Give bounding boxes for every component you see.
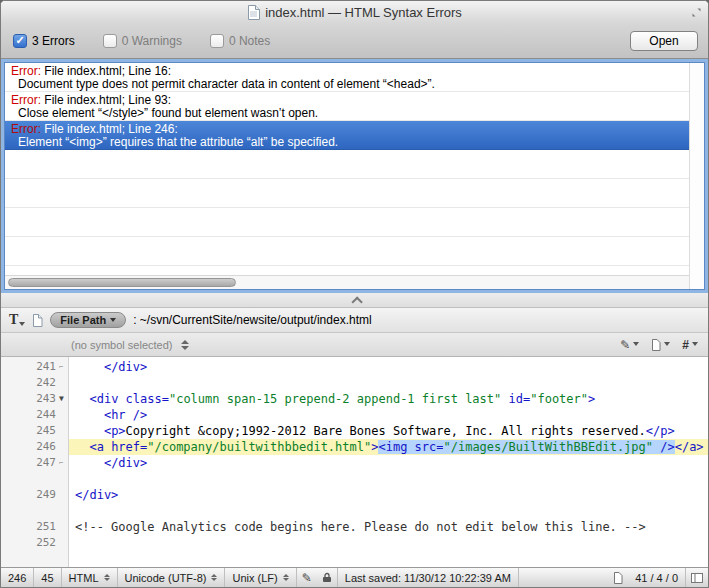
pencil-icon: ✎ — [620, 338, 630, 352]
titlebar[interactable]: index.html — HTML Syntax Errors — [1, 1, 708, 23]
code-line[interactable]: 241⌐ </div> — [1, 359, 708, 375]
text-options-icon: T — [9, 312, 18, 328]
code-line[interactable]: 242 — [1, 375, 708, 391]
code-text[interactable]: <hr /> — [69, 407, 708, 423]
error-row[interactable]: Error: File index.html; Line 246:Element… — [5, 121, 689, 150]
chevron-down-icon — [664, 342, 670, 346]
symbol-popup[interactable]: (no symbol selected) — [71, 339, 173, 351]
code-text[interactable]: </div> — [69, 359, 708, 375]
error-location: File index.html; Line 16: — [41, 64, 171, 78]
popup-chevrons-icon — [211, 574, 217, 581]
encoding-popup[interactable]: Unicode (UTF-8) — [118, 572, 225, 584]
error-message: Close element “</style>” found but eleme… — [11, 107, 689, 120]
fold-end-marker-icon: ⌐ — [59, 359, 69, 375]
code-line[interactable]: 246 <a href="/company/builtwithbbedit.ht… — [1, 439, 708, 455]
error-prefix: Error: — [11, 64, 41, 78]
checkbox-icon: ✓ — [210, 34, 224, 48]
counter-menu[interactable]: # — [682, 338, 698, 352]
text-options-menu[interactable]: T — [9, 312, 25, 328]
language-popup[interactable]: HTML — [62, 572, 117, 584]
filter-warnings-checkbox[interactable]: ✓0 Warnings — [103, 34, 182, 48]
last-saved-text: Last saved: 11/30/12 10:22:39 AM — [338, 572, 518, 584]
code-line[interactable]: 245 <p>Copyright &copy;1992-2012 Bare Bo… — [1, 423, 708, 439]
open-button[interactable]: Open — [630, 31, 698, 51]
code-text[interactable]: </div> — [69, 455, 708, 471]
collapse-list-button[interactable] — [351, 296, 362, 307]
navigation-bar: (no symbol selected) ✎ # — [1, 333, 708, 357]
document-icon — [247, 5, 260, 20]
error-row[interactable]: Error: File index.html; Line 16:Document… — [5, 63, 689, 92]
error-message: Element “<img>” requires that the attrib… — [11, 136, 689, 149]
empty-row — [5, 179, 689, 208]
code-text[interactable] — [69, 535, 708, 551]
fullscreen-icon[interactable] — [691, 7, 702, 18]
code-line[interactable]: 251<!-- Google Analytics code begins her… — [1, 519, 708, 535]
cursor-line: 246 — [1, 572, 33, 584]
file-proxy-icon[interactable] — [32, 314, 43, 327]
code-text[interactable]: <p>Copyright &copy;1992-2012 Bare Bones … — [69, 423, 708, 439]
code-editor[interactable]: 241⌐ </div>242243▼ <div class="column sp… — [1, 357, 708, 567]
horizontal-scrollbar[interactable] — [5, 275, 689, 289]
error-row[interactable]: Error: File index.html; Line 93:Close el… — [5, 92, 689, 121]
line-number: 245 — [1, 423, 59, 439]
code-text[interactable] — [69, 375, 708, 391]
symbol-popup-chevrons-icon[interactable] — [181, 340, 189, 350]
line-number: 243 — [1, 391, 59, 407]
line-endings-value: Unix (LF) — [232, 572, 277, 584]
filter-label: 0 Warnings — [122, 34, 182, 48]
window-title: index.html — HTML Syntax Errors — [265, 5, 462, 20]
markers-menu[interactable]: ✎ — [620, 338, 639, 352]
empty-row — [5, 150, 689, 179]
empty-row — [5, 237, 689, 266]
error-location: File index.html; Line 246: — [41, 122, 178, 136]
error-message: Document type does not permit character … — [11, 78, 689, 91]
split-pane-icon[interactable] — [686, 573, 708, 583]
line-number: 244 — [1, 407, 59, 423]
documents-menu[interactable] — [651, 339, 670, 351]
code-line[interactable]: 252 — [1, 535, 708, 551]
cursor-column: 45 — [34, 572, 60, 584]
vertical-scrollbar[interactable] — [689, 63, 704, 289]
code-text[interactable] — [69, 503, 708, 519]
chevron-down-icon — [19, 322, 25, 326]
code-line[interactable]: 249</div> — [1, 487, 708, 503]
code-line[interactable]: 243▼ <div class="column span-15 prepend-… — [1, 391, 708, 407]
line-endings-popup[interactable]: Unix (LF) — [225, 572, 295, 584]
scrollbar-thumb[interactable] — [8, 278, 236, 287]
checkbox-icon: ✓ — [103, 34, 117, 48]
code-text[interactable] — [69, 471, 708, 487]
filter-errors-checkbox[interactable]: ✓3 Errors — [13, 34, 75, 48]
filter-toolbar: ✓3 Errors ✓0 Warnings ✓0 Notes Open — [1, 23, 708, 59]
filter-notes-checkbox[interactable]: ✓0 Notes — [210, 34, 270, 48]
file-path-text: : ~/svn/CurrentSite/newsite/output/index… — [133, 313, 371, 327]
code-line[interactable] — [1, 503, 708, 519]
status-bar: 246 45 HTML Unicode (UTF-8) Unix (LF) ✎ … — [1, 567, 708, 587]
code-text[interactable]: <!-- Google Analytics code begins here. … — [69, 519, 708, 535]
filter-label: 0 Notes — [229, 34, 270, 48]
empty-row — [5, 266, 689, 275]
error-list-pane: Error: File index.html; Line 16:Document… — [1, 59, 708, 293]
syntax-errors-window: index.html — HTML Syntax Errors ✓3 Error… — [0, 0, 709, 588]
fold-end-marker-icon: ⌐ — [59, 455, 69, 471]
code-line[interactable] — [1, 471, 708, 487]
error-location: File index.html; Line 93: — [41, 93, 171, 107]
file-path-bar: T File Path : ~/svn/CurrentSite/newsite/… — [1, 308, 708, 333]
lock-icon[interactable] — [317, 572, 337, 583]
code-text[interactable]: <a href="/company/builtwithbbedit.html">… — [69, 439, 708, 455]
pencil-icon[interactable]: ✎ — [297, 571, 317, 585]
code-text[interactable]: </div> — [69, 487, 708, 503]
popup-chevrons-icon — [104, 574, 110, 581]
code-text[interactable]: <div class="column span-15 prepend-2 app… — [69, 391, 708, 407]
chevron-down-icon — [110, 318, 116, 322]
hash-icon: # — [682, 338, 689, 352]
symbol-counts: 41 / 4 / 0 — [628, 572, 685, 584]
document-icon — [651, 339, 661, 351]
file-path-menu-label: File Path — [60, 314, 106, 326]
encoding-value: Unicode (UTF-8) — [125, 572, 207, 584]
code-line[interactable]: 244 <hr /> — [1, 407, 708, 423]
code-line[interactable]: 247⌐ </div> — [1, 455, 708, 471]
document-icon[interactable] — [608, 572, 628, 584]
file-path-menu[interactable]: File Path — [50, 312, 126, 328]
fold-triangle-icon[interactable]: ▼ — [59, 391, 69, 407]
checkbox-icon: ✓ — [13, 34, 27, 48]
